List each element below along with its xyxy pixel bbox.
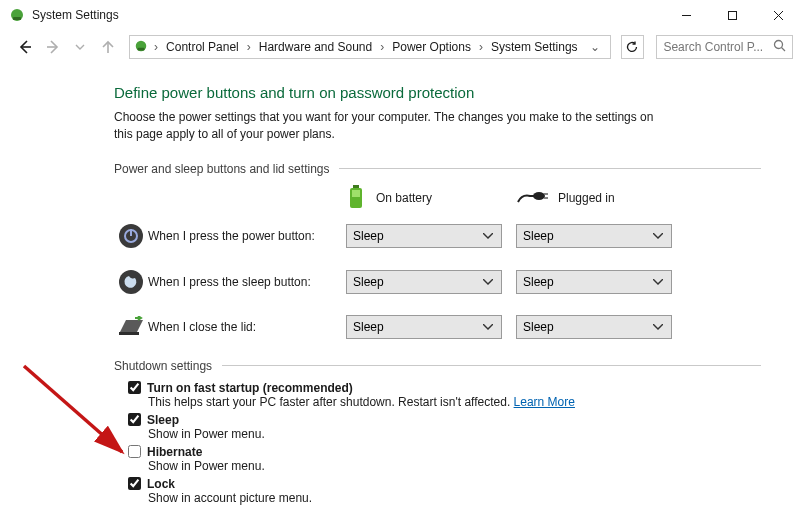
breadcrumb-item[interactable]: Power Options bbox=[388, 40, 475, 54]
checkbox-sub: This helps start your PC faster after sh… bbox=[148, 395, 514, 409]
svg-rect-23 bbox=[119, 332, 139, 335]
checkbox-label: Hibernate bbox=[147, 445, 202, 459]
recent-locations-button[interactable] bbox=[70, 36, 92, 58]
learn-more-link[interactable]: Learn More bbox=[514, 395, 575, 409]
chevron-right-icon[interactable]: › bbox=[477, 40, 485, 54]
row-label: When I close the lid: bbox=[148, 320, 346, 334]
svg-rect-13 bbox=[353, 185, 359, 188]
power-button-plugged-combo[interactable]: Sleep bbox=[516, 224, 672, 248]
sleep-button-battery-combo[interactable]: Sleep bbox=[346, 270, 502, 294]
hibernate-checkbox[interactable] bbox=[128, 445, 141, 458]
address-bar: › Control Panel › Hardware and Sound › P… bbox=[0, 30, 801, 64]
power-options-icon bbox=[134, 39, 150, 55]
search-placeholder: Search Control P... bbox=[663, 40, 767, 54]
lid-plugged-combo[interactable]: Sleep bbox=[516, 315, 672, 339]
power-button-icon bbox=[114, 223, 148, 249]
svg-rect-10 bbox=[138, 47, 145, 50]
power-options-icon bbox=[8, 6, 26, 24]
svg-point-11 bbox=[775, 40, 783, 48]
forward-button[interactable] bbox=[42, 36, 64, 58]
breadcrumb-item[interactable]: Control Panel bbox=[162, 40, 243, 54]
breadcrumb-item[interactable]: Hardware and Sound bbox=[255, 40, 376, 54]
battery-icon bbox=[346, 184, 366, 213]
svg-line-12 bbox=[782, 47, 786, 51]
chevron-down-icon[interactable]: ⌄ bbox=[584, 40, 606, 54]
divider bbox=[222, 365, 761, 366]
power-button-battery-combo[interactable]: Sleep bbox=[346, 224, 502, 248]
group-header-label: Power and sleep buttons and lid settings bbox=[114, 162, 329, 176]
column-battery-label: On battery bbox=[376, 191, 432, 205]
breadcrumb-item[interactable]: System Settings bbox=[487, 40, 582, 54]
row-sleep-button: When I press the sleep button: Sleep Sle… bbox=[114, 269, 761, 295]
shutdown-item-sleep: Sleep Show in Power menu. bbox=[128, 413, 761, 441]
sleep-checkbox[interactable] bbox=[128, 413, 141, 426]
fast-startup-checkbox[interactable] bbox=[128, 381, 141, 394]
group-header-label: Shutdown settings bbox=[114, 359, 212, 373]
lock-checkbox[interactable] bbox=[128, 477, 141, 490]
refresh-button[interactable] bbox=[621, 35, 645, 59]
row-label: When I press the power button: bbox=[148, 229, 346, 243]
shutdown-item-hibernate: Hibernate Show in Power menu. bbox=[128, 445, 761, 473]
column-headers: On battery Plugged in bbox=[114, 184, 761, 213]
lid-icon bbox=[114, 316, 148, 338]
svg-point-16 bbox=[533, 192, 545, 200]
chevron-right-icon[interactable]: › bbox=[378, 40, 386, 54]
shutdown-item-fast-startup: Turn on fast startup (recommended) This … bbox=[128, 381, 761, 409]
content-area: Define power buttons and turn on passwor… bbox=[0, 64, 801, 519]
close-button[interactable] bbox=[755, 0, 801, 30]
shutdown-item-lock: Lock Show in account picture menu. bbox=[128, 477, 761, 505]
checkbox-sub: Show in Power menu. bbox=[148, 459, 761, 473]
checkbox-label: Lock bbox=[147, 477, 175, 491]
checkbox-sub: Show in Power menu. bbox=[148, 427, 761, 441]
divider bbox=[339, 168, 761, 169]
plug-icon bbox=[516, 188, 548, 209]
lid-battery-combo[interactable]: Sleep bbox=[346, 315, 502, 339]
row-power-button: When I press the power button: Sleep Sle… bbox=[114, 223, 761, 249]
maximize-button[interactable] bbox=[709, 0, 755, 30]
svg-rect-1 bbox=[13, 17, 21, 20]
row-close-lid: When I close the lid: Sleep Sleep bbox=[114, 315, 761, 339]
back-button[interactable] bbox=[14, 36, 36, 58]
checkbox-sub: Show in account picture menu. bbox=[148, 491, 761, 505]
group-header-buttons-lid: Power and sleep buttons and lid settings bbox=[114, 162, 761, 176]
column-plugged-label: Plugged in bbox=[558, 191, 615, 205]
chevron-right-icon[interactable]: › bbox=[245, 40, 253, 54]
sleep-button-plugged-combo[interactable]: Sleep bbox=[516, 270, 672, 294]
page-title: Define power buttons and turn on passwor… bbox=[114, 84, 761, 101]
chevron-right-icon[interactable]: › bbox=[152, 40, 160, 54]
page-description: Choose the power settings that you want … bbox=[114, 109, 674, 144]
minimize-button[interactable] bbox=[663, 0, 709, 30]
search-icon bbox=[773, 39, 786, 55]
up-button[interactable] bbox=[97, 36, 119, 58]
window-title: System Settings bbox=[32, 8, 119, 22]
checkbox-label: Turn on fast startup (recommended) bbox=[147, 381, 353, 395]
group-header-shutdown: Shutdown settings bbox=[114, 359, 761, 373]
checkbox-label: Sleep bbox=[147, 413, 179, 427]
svg-rect-15 bbox=[352, 190, 360, 197]
search-input[interactable]: Search Control P... bbox=[656, 35, 793, 59]
sleep-button-icon bbox=[114, 269, 148, 295]
svg-rect-3 bbox=[728, 11, 736, 19]
row-label: When I press the sleep button: bbox=[148, 275, 346, 289]
breadcrumb[interactable]: › Control Panel › Hardware and Sound › P… bbox=[129, 35, 611, 59]
titlebar: System Settings bbox=[0, 0, 801, 30]
